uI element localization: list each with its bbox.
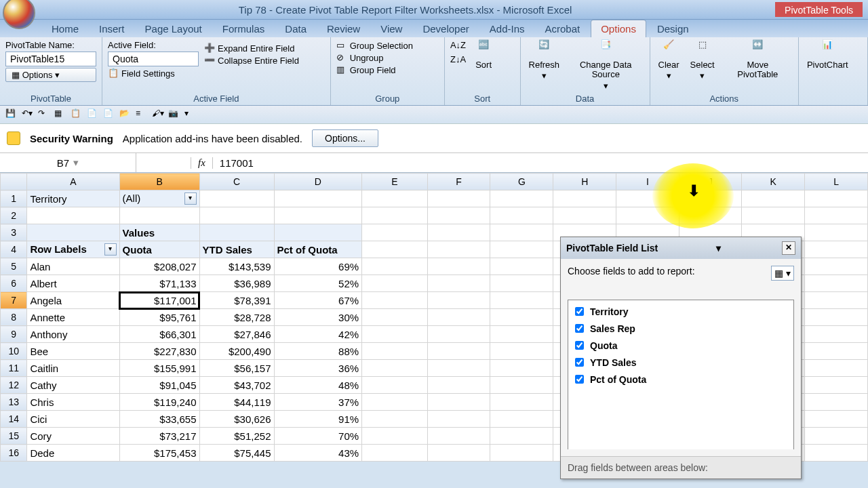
change-data-source-button[interactable]: 📑Change Data Source ▾ <box>568 40 644 91</box>
tab-review[interactable]: Review <box>317 20 370 37</box>
tab-acrobat[interactable]: Acrobat <box>536 20 590 37</box>
col-header-H[interactable]: H <box>553 174 616 190</box>
save-icon[interactable]: 💾 <box>5 108 18 121</box>
field-settings-button[interactable]: 📋Field Settings <box>108 68 199 79</box>
redo-icon[interactable]: ↷ <box>38 108 50 121</box>
field-checkbox[interactable] <box>575 324 584 333</box>
tab-insert[interactable]: Insert <box>90 20 134 37</box>
expand-field-button[interactable]: ➕Expand Entire Field <box>204 43 299 54</box>
group-label-activefield: Active Field <box>108 94 325 104</box>
group-selection-button[interactable]: ▭Group Selection <box>336 40 413 51</box>
field-list-dropdown-icon[interactable]: ▾ <box>716 243 721 253</box>
name-box[interactable]: B7▾ <box>0 153 136 172</box>
sort-asc-icon[interactable]: A↓Z <box>450 40 466 50</box>
undo-icon[interactable]: ↶▾ <box>22 108 34 121</box>
group-label-pivottable: PivotTable <box>5 94 96 104</box>
contextual-tools-label: PivotTable Tools <box>775 2 863 17</box>
group-label-data: Data <box>526 94 644 104</box>
group-label-group: Group <box>336 94 439 104</box>
formula-bar[interactable]: 117001 <box>213 157 260 169</box>
pt-options-button[interactable]: ▦ Options ▾ <box>5 68 96 82</box>
qat-more-icon[interactable]: ▾ <box>184 108 197 121</box>
col-header-F[interactable]: F <box>427 174 490 190</box>
ungroup-button[interactable]: ⊘Ungroup <box>336 52 413 63</box>
col-header-B[interactable]: B <box>119 174 199 190</box>
col-header-E[interactable]: E <box>362 174 427 190</box>
af-input[interactable] <box>108 52 199 66</box>
field-list-title: PivotTable Field List <box>566 243 658 253</box>
field-list-layout-button[interactable]: ▦ ▾ <box>771 266 794 281</box>
col-header-I[interactable]: I <box>616 174 679 190</box>
tab-add-ins[interactable]: Add-Ins <box>480 20 534 37</box>
field-checkbox[interactable] <box>575 341 584 350</box>
choose-fields-label: Choose fields to add to report: <box>568 266 794 277</box>
field-territory[interactable]: Territory <box>571 303 791 320</box>
field-quota[interactable]: Quota <box>571 337 791 354</box>
qat-icon[interactable]: ≡ <box>136 108 148 121</box>
select-button[interactable]: ⬚Select▾ <box>688 40 717 81</box>
pt-name-label: PivotTable Name: <box>5 40 96 50</box>
cursor-icon: ⬇ <box>688 182 700 200</box>
close-icon[interactable]: ✕ <box>782 241 795 255</box>
col-header-K[interactable]: K <box>742 174 805 190</box>
col-header-L[interactable]: L <box>805 174 868 190</box>
qat-icon[interactable]: 📂 <box>119 108 132 121</box>
qat-icon[interactable]: 📄 <box>103 108 115 121</box>
field-checkbox[interactable] <box>575 375 584 384</box>
clear-button[interactable]: 🧹Clear▾ <box>656 40 682 81</box>
security-warning-title: Security Warning <box>30 133 113 144</box>
qat-icon[interactable]: 📄 <box>87 108 99 121</box>
security-options-button[interactable]: Options... <box>312 129 378 147</box>
tab-formulas[interactable]: Formulas <box>213 20 275 37</box>
tab-data[interactable]: Data <box>275 20 316 37</box>
rowlabel-dropdown-icon[interactable]: ▾ <box>104 243 117 256</box>
field-sales-rep[interactable]: Sales Rep <box>571 320 791 337</box>
field-pct-of-quota[interactable]: Pct of Quota <box>571 371 791 388</box>
collapse-field-button[interactable]: ➖Collapse Entire Field <box>204 55 299 66</box>
pivot-field-list-panel[interactable]: PivotTable Field List ▾ ✕ ▦ ▾ Choose fie… <box>560 237 802 479</box>
col-header-C[interactable]: C <box>199 174 274 190</box>
col-header-G[interactable]: G <box>490 174 553 190</box>
window-title: Tip 78 - Create Pivot Table Report Filte… <box>41 4 770 16</box>
pt-name-input[interactable] <box>5 52 96 66</box>
tab-developer[interactable]: Developer <box>413 20 478 37</box>
security-warning-msg: Application add-ins have been disabled. <box>123 133 302 144</box>
group-label-actions: Actions <box>656 94 793 104</box>
refresh-button[interactable]: 🔄Refresh▾ <box>526 40 563 81</box>
qat-icon[interactable]: 📷 <box>168 108 180 121</box>
group-label-sort: Sort <box>450 94 515 104</box>
col-header-D[interactable]: D <box>274 174 362 190</box>
qat-icon[interactable]: 📋 <box>71 108 83 121</box>
tab-page-layout[interactable]: Page Layout <box>136 20 212 37</box>
qat-icon[interactable]: 🖌▾ <box>152 108 164 121</box>
field-checkbox[interactable] <box>575 358 584 367</box>
tab-home[interactable]: Home <box>42 20 88 37</box>
col-header-A[interactable]: A <box>27 174 119 190</box>
af-label: Active Field: <box>108 40 199 50</box>
drag-fields-label: Drag fields between areas below: <box>561 456 801 479</box>
sort-desc-icon[interactable]: Z↓A <box>450 54 466 64</box>
move-pt-button[interactable]: ↔️Move PivotTable <box>723 40 793 80</box>
tab-view[interactable]: View <box>371 20 412 37</box>
sort-button[interactable]: 🔤Sort <box>471 40 496 70</box>
group-field-button[interactable]: ▥Group Field <box>336 64 413 75</box>
warning-icon <box>7 131 20 145</box>
filter-dropdown-icon[interactable]: ▾ <box>184 192 197 205</box>
pivotchart-button[interactable]: 📊PivotChart <box>804 40 851 70</box>
row-header[interactable]: 1 <box>1 190 27 207</box>
tab-options[interactable]: Options <box>591 20 646 37</box>
field-ytd-sales[interactable]: YTD Sales <box>571 354 791 371</box>
fx-icon[interactable]: fx <box>191 157 213 169</box>
qat-icon[interactable]: ▦ <box>54 108 66 121</box>
field-checkbox[interactable] <box>575 307 584 316</box>
tab-design[interactable]: Design <box>648 20 698 37</box>
